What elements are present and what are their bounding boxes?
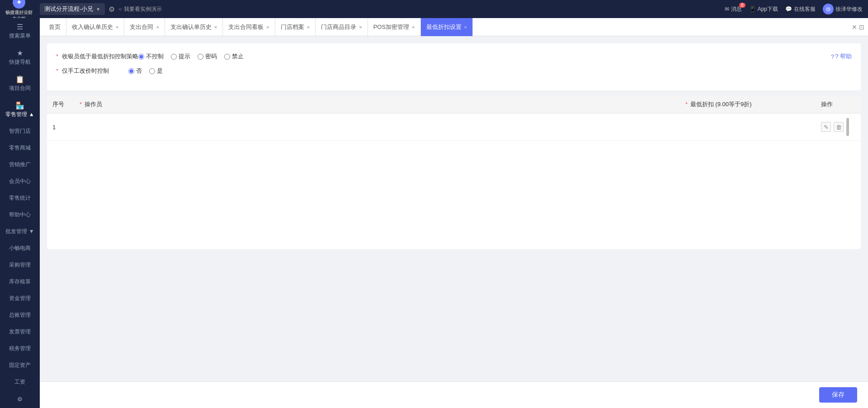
salary-label: 工资 [14,378,25,386]
cell-operator[interactable] [74,113,680,141]
tab-expense-history-close[interactable]: × [214,24,217,30]
help-text: ? 帮助 [835,52,852,61]
user-item[interactable]: 徐 徐泽华修改 [823,4,863,14]
cell-min-discount[interactable] [680,113,816,141]
sidebar-item-inventory[interactable]: 库存核算 [0,273,40,290]
sidebar-item-search[interactable]: ☰ 搜索菜单 [0,18,40,44]
tab-expense-history[interactable]: 支出确认单历史 × [165,18,223,36]
sidebar-item-wholesale[interactable]: 批发管理 ▼ [0,223,40,240]
tab-income-history[interactable]: 收入确认单历史 × [66,18,124,36]
sidebar-item-purchase[interactable]: 采购管理 [0,257,40,273]
sidebar-item-smart-store[interactable]: 智营门店 [0,123,40,140]
close-current-tab-icon[interactable]: ✕ [852,23,857,31]
online-service-icon: 💬 [785,6,792,12]
radio-yes-input[interactable] [149,68,155,74]
close-all-tabs-icon[interactable]: ⊡ [859,23,864,31]
sidebar-item-ledger[interactable]: 总账管理 [0,307,40,324]
app-download-item[interactable]: 📱 App下载 [749,5,778,13]
topbar-settings-icon[interactable]: ⚙ [108,5,115,14]
sidebar-item-retail[interactable]: 🏪 零售管理 ▲ [0,97,40,123]
tab-pos-encrypt[interactable]: POS加密管理 × [368,18,421,36]
radio-password-input[interactable] [198,54,203,60]
delete-icon: 🗑 [836,124,842,131]
tab-close-actions: ✕ ⊡ [848,23,864,31]
radio-no[interactable]: 否 [128,67,142,75]
smart-store-label: 智营门店 [9,127,31,135]
field2-label-text: 仅手工改价时控制 [62,67,109,74]
manual-price-radio-group: 否 是 [128,67,163,75]
sidebar-item-retail-mall[interactable]: 零售商城 [0,140,40,156]
app-container: ✦ 畅捷通好业财 专业版 测试分开流程-小兄 ▼ ⚙ ○ 我要看实例演示 ✉ 消… [0,0,868,408]
logo-icon: ✦ [13,0,25,9]
tab-pos-encrypt-close[interactable]: × [412,24,415,30]
purchase-label: 采购管理 [9,261,31,269]
col-seq: 序号 [47,96,74,113]
col-min-discount-required: * [685,101,688,108]
tab-min-discount[interactable]: 最低折扣设置 × [421,18,473,36]
retail-mall-label: 零售商城 [9,144,31,152]
table-row: 1 ✎ [47,113,861,141]
sidebar-item-shortcut[interactable]: ★ 快捷导航 [0,44,40,70]
sidebar-item-invoice[interactable]: 发票管理 [0,324,40,340]
radio-no-control[interactable]: 不控制 [138,52,164,61]
tab-expense-contract-close[interactable]: × [156,24,159,30]
project-selector[interactable]: 测试分开流程-小兄 ▼ [40,3,105,15]
sidebar-item-ecommerce[interactable]: 小畅电商 [0,240,40,257]
tab-home[interactable]: 首页 [43,18,66,36]
operator-input[interactable] [80,124,675,131]
col-action-label: 操作 [821,101,833,108]
sidebar-item-asset[interactable]: 固定资产 [0,357,40,374]
sidebar-item-salary[interactable]: 工资 [0,374,40,390]
sidebar-settings-btn[interactable]: ⚙ [0,390,40,408]
col-operator: * 操作员 [74,96,680,113]
radio-no-input[interactable] [128,68,134,74]
radio-password[interactable]: 密码 [198,52,217,61]
sidebar-item-finance[interactable]: 资金管理 [0,290,40,307]
retail-stat-label: 零售统计 [9,194,31,202]
sidebar-item-help[interactable]: 帮助中心 [0,206,40,223]
settings-gear-icon: ⚙ [17,396,23,403]
save-button[interactable]: 保存 [819,387,857,403]
tab-income-history-close[interactable]: × [116,24,118,30]
row-delete-btn[interactable]: 🗑 [834,122,844,132]
cell-seq: 1 [47,113,74,141]
tab-min-discount-close[interactable]: × [464,24,467,30]
help-link[interactable]: ? ? 帮助 [831,52,852,61]
radio-remind[interactable]: 提示 [171,52,190,61]
tab-store-products-close[interactable]: × [359,24,362,30]
radio-no-control-input[interactable] [138,54,144,60]
radio-forbid[interactable]: 禁止 [224,52,244,61]
ledger-label: 总账管理 [9,311,31,319]
tab-store-products[interactable]: 门店商品目录 × [316,18,368,36]
radio-yes[interactable]: 是 [149,67,163,75]
form-row-2: * 仅手工改价时控制 否 是 [56,67,852,75]
tab-expense-board-close[interactable]: × [266,24,269,30]
avatar: 徐 [823,4,834,14]
sidebar-item-marketing[interactable]: 营销推广 [0,156,40,173]
sidebar-item-retail-stat[interactable]: 零售统计 [0,190,40,206]
shortcut-icon: ★ [17,49,23,57]
radio-forbid-input[interactable] [224,54,230,60]
tab-expense-board[interactable]: 支出合同看板 × [223,18,275,36]
sidebar-item-project[interactable]: 📋 项目合同 [0,70,40,97]
tab-store-file-close[interactable]: × [307,24,310,30]
row-edit-btn[interactable]: ✎ [821,122,831,132]
radio-forbid-label: 禁止 [232,52,244,61]
col-min-discount-label: 最低折扣 (9.00等于9折) [690,101,752,108]
col-operator-required: * [80,101,82,108]
tab-expense-contract[interactable]: 支出合同 × [124,18,165,36]
message-item[interactable]: ✉ 消息 8 [725,5,742,13]
sidebar-item-tax[interactable]: 税务管理 [0,340,40,357]
top-bar: ✦ 畅捷通好业财 专业版 测试分开流程-小兄 ▼ ⚙ ○ 我要看实例演示 ✉ 消… [0,0,868,18]
min-discount-input[interactable] [685,124,810,131]
tab-store-file[interactable]: 门店档案 × [275,18,316,36]
wholesale-label: 批发管理 ▼ [5,228,34,235]
radio-remind-input[interactable] [171,54,177,60]
online-service-item[interactable]: 💬 在线客服 [785,5,816,13]
row-actions: ✎ 🗑 [821,118,849,136]
sidebar-item-member[interactable]: 会员中心 [0,173,40,190]
message-icon: ✉ [725,6,729,12]
demo-link[interactable]: ○ 我要看实例演示 [118,5,161,13]
field2-required: * [56,67,58,74]
tax-label: 税务管理 [9,345,31,352]
